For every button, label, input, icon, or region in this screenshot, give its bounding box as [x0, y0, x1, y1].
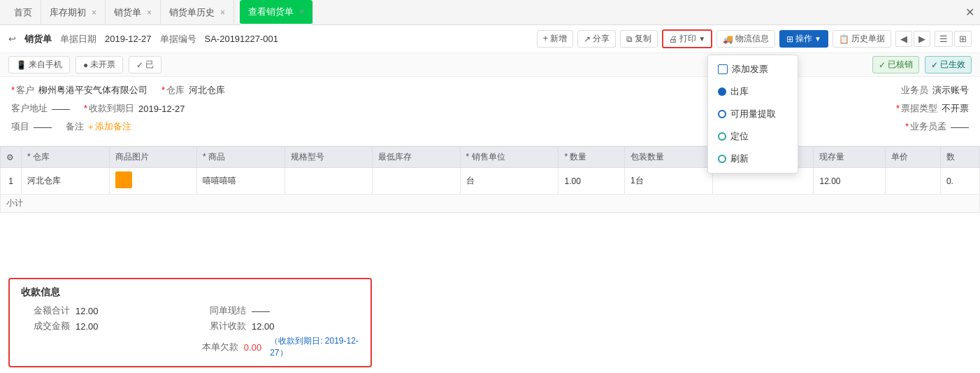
col-price: 单价 — [885, 147, 940, 168]
dropdown-refresh[interactable]: 刷新 — [708, 148, 798, 170]
from-phone-label: 来自手机 — [29, 59, 62, 71]
refresh-icon — [718, 155, 726, 163]
operation-button[interactable]: ⊞ 操作 ▼ — [779, 30, 828, 48]
customer-label: 客户 — [11, 84, 34, 97]
copy-label: 复制 — [635, 33, 651, 45]
address-value: —— — [52, 104, 70, 114]
tab-inventory-close[interactable]: × — [92, 8, 96, 17]
phone-icon: 📱 — [16, 60, 27, 70]
operation-label: 操作 — [795, 33, 812, 45]
list-view-icon[interactable]: ☰ — [935, 31, 953, 47]
tab-sales-order[interactable]: 销货单 × — [106, 0, 161, 25]
print-button[interactable]: 🖨 打印 ▼ — [662, 29, 712, 48]
tab-inventory[interactable]: 库存期初 × — [41, 0, 106, 25]
share-label: 分享 — [593, 33, 610, 45]
cumulative-value: 12.00 — [252, 321, 275, 332]
subtotal-row: 小计 — [1, 195, 980, 213]
outbound-icon — [718, 87, 726, 96]
tab-view-sales[interactable]: 查看销货单 × — [240, 0, 313, 25]
tab-sales-history-close[interactable]: × — [220, 8, 225, 17]
project-label: 项目 — [11, 120, 29, 133]
row-stock: 12.00 — [814, 168, 885, 195]
logistics-button[interactable]: 🚚 物流信息 — [716, 30, 775, 48]
dropdown-locate[interactable]: 定位 — [708, 125, 798, 148]
dropdown-outbound[interactable]: 出库 — [708, 80, 798, 103]
address-label: 客户地址 — [11, 102, 48, 115]
locate-icon — [718, 132, 726, 141]
grid-view-icon[interactable]: ⊞ — [954, 31, 972, 47]
same-order-value: —— — [252, 306, 270, 316]
tab-inventory-label: 库存期初 — [50, 6, 86, 19]
row-spec — [284, 168, 373, 195]
doc-info: ↩ 销货单 单据日期 2019-12-27 单据编号 SA-20191227-0… — [8, 33, 531, 45]
note-label: 备注 — [66, 120, 84, 133]
amount-label: 金额合计 — [21, 304, 70, 317]
new-button[interactable]: + 新增 — [537, 30, 573, 48]
row-num: 1 — [1, 168, 22, 195]
tab-view-sales-close[interactable]: × — [299, 7, 304, 17]
product-table: ⚙ * 仓库 商品图片 * 商品 规格型号 最低库存 * 销售单位 * 数量 包… — [0, 146, 980, 213]
toolbar-actions: + 新增 ↗ 分享 ⧉ 复制 🖨 打印 ▼ 🚚 物流信息 ⊞ 操作 ▼ — [537, 29, 972, 48]
amount-value: 12.00 — [75, 306, 99, 316]
print-icon: 🖨 — [669, 34, 677, 44]
col-qty: * 数量 — [559, 147, 625, 168]
add-icon: + — [88, 122, 94, 132]
effective-status: ✓ 已生效 — [925, 56, 972, 73]
deal-value: 12.00 — [75, 321, 99, 332]
share-button[interactable]: ↗ 分享 — [577, 30, 616, 48]
staff-label: 业务员 — [901, 84, 928, 97]
add-note-button[interactable]: + 添加备注 — [88, 120, 131, 133]
not-open-button[interactable]: ● 未开票 — [75, 56, 123, 73]
tab-sales-order-close[interactable]: × — [147, 8, 152, 17]
staff-field: 业务员 演示账号 — [901, 84, 969, 97]
warehouse-value: 河北仓库 — [189, 84, 225, 97]
same-order-item: 同单现结 —— — [197, 304, 359, 317]
staff2-field: 业务员孟 —— — [905, 120, 969, 133]
tab-sales-history-label: 销货单历史 — [169, 6, 215, 19]
dropdown-add-invoice[interactable]: 添加发票 — [708, 58, 798, 80]
owed-label: 本单欠款 — [197, 341, 238, 353]
col-product-img: 商品图片 — [109, 147, 197, 168]
row-pkg-qty: 1台 — [625, 168, 713, 195]
next-arrow[interactable]: ▶ — [914, 31, 930, 47]
history-button[interactable]: 📋 历史单据 — [833, 30, 891, 48]
owed-item: 本单欠款 0.00 （收款到期日: 2019-12-27） — [197, 335, 359, 359]
customer-field: 客户 柳州粤港平安气体有限公司 — [11, 84, 147, 97]
from-phone-button[interactable]: 📱 来自手机 — [8, 56, 70, 73]
window-close-btn[interactable]: ✕ — [965, 6, 974, 19]
ticket-value: 不开票 — [942, 102, 969, 115]
dropdown-available-pick[interactable]: 可用量提取 — [708, 103, 798, 125]
col-unit: * 销售单位 — [460, 147, 559, 168]
staff-value: 演示账号 — [932, 84, 969, 97]
address-field: 客户地址 —— — [11, 102, 70, 115]
print-dropdown-icon: ▼ — [698, 35, 705, 43]
action-row: 📱 来自手机 ● 未开票 ✓ 已 ✓ 已核销 ✓ 已生效 — [0, 53, 980, 77]
subtotal-label: 小计 — [1, 195, 980, 213]
warehouse-field: 仓库 河北仓库 — [161, 84, 225, 97]
tab-home[interactable]: 首页 — [6, 0, 41, 25]
gear-icon: ⚙ — [6, 153, 14, 162]
table-header-row: ⚙ * 仓库 商品图片 * 商品 规格型号 最低库存 * 销售单位 * 数量 包… — [1, 147, 980, 168]
copy-button[interactable]: ⧉ 复制 — [620, 30, 658, 48]
history-icon: 📋 — [839, 34, 849, 44]
confirm-button[interactable]: ✓ 已 — [129, 56, 161, 73]
col-other: 数 — [940, 147, 979, 168]
cancelled-label: 已核销 — [888, 59, 913, 71]
main-container: ↩ 销货单 单据日期 2019-12-27 单据编号 SA-20191227-0… — [0, 25, 980, 373]
share-icon: ↗ — [584, 34, 591, 44]
cancelled-icon: ✓ — [879, 60, 886, 70]
operation-dropdown-icon: ▼ — [814, 35, 821, 43]
row-min-stock — [373, 168, 461, 195]
warehouse-label: 仓库 — [161, 84, 185, 97]
toolbar: ↩ 销货单 单据日期 2019-12-27 单据编号 SA-20191227-0… — [0, 25, 980, 53]
add-note-label: 添加备注 — [95, 120, 131, 133]
col-spec: 规格型号 — [284, 147, 373, 168]
col-gear: ⚙ — [1, 147, 22, 168]
tab-sales-history[interactable]: 销货单历史 × — [161, 0, 234, 25]
same-order-label: 同单现结 — [197, 304, 246, 317]
payment-grid: 金额合计 12.00 同单现结 —— 成交金额 12.00 累计收款 12.00… — [21, 304, 359, 359]
prev-arrow[interactable]: ◀ — [895, 31, 912, 47]
available-pick-icon — [718, 110, 726, 118]
project-value: —— — [34, 122, 52, 132]
no-value: SA-20191227-001 — [205, 34, 279, 44]
